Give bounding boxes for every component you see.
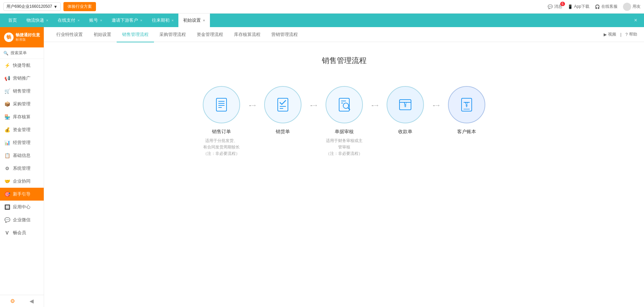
video-link[interactable]: ▶ 视频 (604, 32, 616, 37)
settings-icon[interactable]: ⚙ (10, 298, 15, 304)
nav-tab-logistics-label: 物流快递 (26, 17, 44, 23)
flow-label-review: 单据审核 (335, 129, 354, 135)
nav-tab-home-label: 首页 (8, 17, 17, 23)
app-download-label: App下载 (574, 4, 589, 9)
nav-tab-payment-close[interactable]: × (77, 18, 79, 22)
sidebar-item-purchase[interactable]: 📦 采购管理 (0, 98, 44, 110)
nav-tab-period-close[interactable]: × (172, 18, 174, 22)
nav-tab-invite-label: 邀请下游客户 (112, 17, 138, 23)
sidebar-item-wechat-label: 企业微信 (13, 217, 31, 223)
sidebar-item-sales-label: 销售管理 (13, 88, 31, 94)
basic-icon: 📋 (4, 153, 10, 158)
finance-icon: 💰 (4, 127, 10, 132)
flow-label-delivery: 销货单 (276, 129, 290, 135)
sub-tab-purchase-flow[interactable]: 采购管理流程 (154, 27, 191, 42)
sub-tab-init-label: 初始设置 (94, 32, 111, 38)
sidebar-search[interactable]: 🔍 搜索菜单 (0, 47, 44, 59)
help-link[interactable]: ? 帮助 (625, 32, 637, 37)
wechat-icon: 💬 (4, 217, 10, 223)
flow-circle-delivery (264, 86, 301, 123)
sidebar-item-system[interactable]: ⚙ 系统管理 (0, 162, 44, 175)
flow-arrow-1: ···→ (249, 86, 256, 109)
sub-tab-finance-flow[interactable]: 资金管理流程 (191, 27, 229, 42)
top-bar-left: 用户690企业1660120507 ▼ 体验行业方案 (3, 2, 96, 11)
sidebar-item-wechat[interactable]: 💬 企业微信 (0, 213, 44, 226)
svg-rect-5 (278, 98, 288, 111)
sidebar-item-inventory[interactable]: 🏪 库存核算 (0, 110, 44, 123)
window-close-btn[interactable]: × (631, 17, 641, 23)
message-icon: 💬 (548, 4, 553, 9)
sidebar-item-inventory-label: 库存核算 (13, 114, 31, 120)
nav-tab-account-label: 账号 (89, 17, 98, 23)
top-bar-right: 💬 消息 6 📱 App下载 🎧 在线客服 用友 (548, 3, 641, 11)
service-icon: 🎧 (595, 4, 600, 9)
user-avatar-item[interactable]: 用友 (623, 3, 641, 11)
sidebar: 畅 畅捷通好生意 标准版 🔍 搜索菜单 ⚡ 快捷导航 📢 营销推广 🛒 销售管理 (0, 27, 44, 307)
nav-tab-init-close[interactable]: × (203, 18, 205, 22)
nav-tab-period[interactable]: 往来期初 × (147, 14, 178, 27)
flow-label-payment: 收款单 (398, 129, 412, 135)
flow-circle-sales-order (203, 86, 240, 123)
sub-tab-marketing-flow[interactable]: 营销管理流程 (266, 27, 303, 42)
nav-tab-invite-close[interactable]: × (140, 18, 142, 22)
sidebar-item-quicknav[interactable]: ⚡ 快捷导航 (0, 59, 44, 72)
nav-tab-init[interactable]: 初始设置 × (178, 14, 210, 27)
inventory-icon: 🏪 (4, 114, 10, 120)
nav-tab-home[interactable]: 首页 (3, 14, 22, 27)
flow-desc-sales-order: 适用于分批发货、有合同发货周期较长（注：非必要流程） (203, 138, 240, 157)
sidebar-item-appcenter[interactable]: 🔲 应用中心 (0, 201, 44, 213)
flow-content: 销售管理流程 销售订单 适用于分批发货、有合同发货周期较长（ (44, 42, 644, 307)
user-selector[interactable]: 用户690企业1660120507 ▼ (3, 2, 61, 11)
message-item[interactable]: 💬 消息 6 (548, 4, 562, 9)
sidebar-item-marketing[interactable]: 📢 营销推广 (0, 72, 44, 85)
sidebar-item-operation[interactable]: 📊 经营管理 (0, 136, 44, 149)
nav-tab-invite[interactable]: 邀请下游客户 × (107, 14, 147, 27)
nav-tab-payment-label: 在线支付 (58, 17, 75, 23)
svg-rect-8 (339, 98, 349, 111)
sub-tab-inventory-flow-label: 库存核算流程 (234, 32, 260, 38)
nav-tab-logistics[interactable]: 物流快递 × (22, 14, 53, 27)
nav-tab-init-label: 初始设置 (183, 17, 201, 23)
video-icon: ▶ (604, 32, 607, 37)
online-service-item[interactable]: 🎧 在线客服 (595, 4, 618, 9)
nav-tab-payment[interactable]: 在线支付 × (53, 14, 84, 27)
sub-tab-purchase-flow-label: 采购管理流程 (159, 32, 186, 38)
flow-step-account: ¥ 客户账本 (440, 86, 494, 138)
search-icon: 🔍 (3, 51, 8, 56)
flow-circle-review (326, 86, 363, 123)
sidebar-item-finance[interactable]: 💰 资金管理 (0, 123, 44, 136)
sidebar-item-marketing-label: 营销推广 (13, 75, 31, 81)
sidebar-item-enterprise-label: 企业协同 (13, 178, 31, 184)
search-label: 搜索菜单 (11, 50, 27, 56)
sidebar-item-guide[interactable]: 🎯 新手引导 (0, 188, 44, 201)
appcenter-icon: 🔲 (4, 204, 10, 210)
flow-arrow-3: ···→ (371, 86, 378, 109)
trial-button[interactable]: 体验行业方案 (63, 2, 96, 11)
nav-tab-period-label: 往来期初 (152, 17, 170, 23)
nav-tab-logistics-close[interactable]: × (46, 18, 48, 22)
marketing-icon: 📢 (4, 76, 10, 81)
sidebar-item-member[interactable]: V 畅会员 (0, 226, 44, 239)
sub-tab-inventory-flow[interactable]: 库存核算流程 (229, 27, 266, 42)
nav-tab-account-close[interactable]: × (100, 18, 102, 22)
collapse-icon[interactable]: ◀ (30, 298, 34, 304)
sidebar-item-basic[interactable]: 📋 基础信息 (0, 149, 44, 162)
video-label: 视频 (608, 32, 616, 37)
divider: | (620, 32, 621, 37)
sidebar-item-guide-label: 新手引导 (13, 191, 31, 197)
sub-tab-init[interactable]: 初始设置 (88, 27, 117, 42)
sub-tab-industry[interactable]: 行业特性设置 (51, 27, 88, 42)
member-icon: V (4, 230, 10, 236)
sidebar-item-enterprise[interactable]: 🤝 企业协同 (0, 175, 44, 188)
nav-tab-account[interactable]: 账号 × (84, 14, 107, 27)
flow-title: 销售管理流程 (51, 56, 637, 66)
user-label: 用户690企业1660120507 (6, 4, 52, 9)
sidebar-item-sales[interactable]: 🛒 销售管理 (0, 85, 44, 98)
sub-tab-sales-flow[interactable]: 销售管理流程 (117, 27, 154, 42)
flow-circle-account: ¥ (448, 86, 485, 123)
quicknav-icon: ⚡ (4, 63, 10, 68)
app-download-item[interactable]: 📱 App下载 (568, 4, 589, 9)
flow-label-account: 客户账本 (457, 129, 476, 135)
sidebar-item-basic-label: 基础信息 (13, 152, 31, 159)
flow-step-delivery: 销货单 (256, 86, 310, 138)
